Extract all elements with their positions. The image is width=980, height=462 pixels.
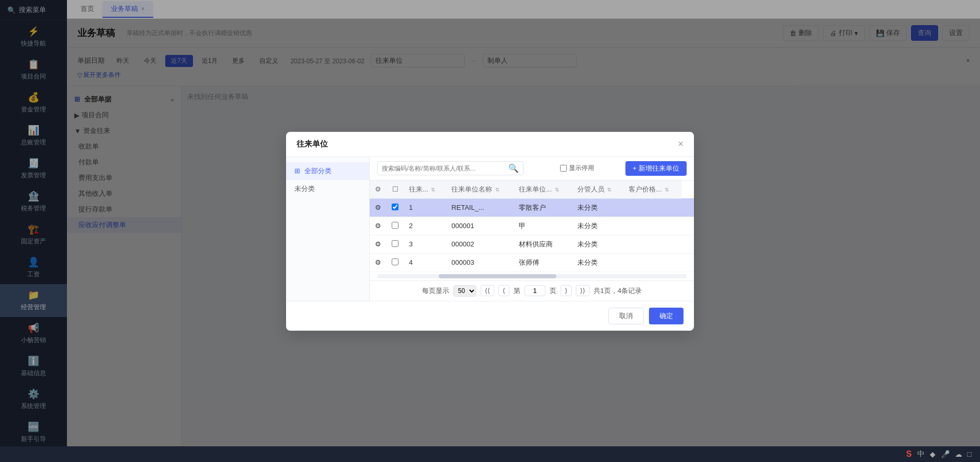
- modal-table: ⚙ ☐ 往来... ⇅ 往来单位名称 ⇅: [370, 181, 694, 272]
- modal-right-panel: 🔍 显示停用 + 新增往来单位 ⚙ ☐: [370, 157, 694, 301]
- row-name: 甲: [514, 217, 572, 235]
- row-settings[interactable]: ⚙: [370, 198, 386, 217]
- row-category: 未分类: [572, 217, 624, 235]
- bottom-icon-mic[interactable]: 🎤: [941, 450, 950, 458]
- bottom-icon-window[interactable]: □: [967, 450, 972, 458]
- page-suffix: 页: [550, 286, 556, 296]
- counterparty-table: ⚙ ☐ 往来... ⇅ 往来单位名称 ⇅: [370, 181, 694, 272]
- sort-icon-name: ⇅: [495, 187, 499, 193]
- row-settings[interactable]: ⚙: [370, 217, 386, 235]
- modal-toolbar: 🔍 显示停用 + 新增往来单位: [370, 157, 694, 181]
- modal-title: 往来单位: [297, 139, 328, 149]
- row-name: 张师傅: [514, 253, 572, 272]
- row-checkbox[interactable]: [386, 253, 404, 272]
- modal-left-item-unclassified[interactable]: 未分类: [286, 180, 369, 198]
- bottom-icon-s[interactable]: S: [906, 449, 912, 459]
- row-no: 2: [404, 217, 446, 235]
- col-person[interactable]: 分管人员 ⇅: [572, 181, 624, 199]
- cancel-button[interactable]: 取消: [608, 308, 644, 324]
- col-code[interactable]: 往来... ⇅: [404, 181, 446, 199]
- modal-pagination: 每页显示 50 ⟨⟨ ⟨ 第 页 ⟩ ⟩⟩ 共1页，4条记录: [370, 280, 694, 301]
- sort-icon-price: ⇅: [665, 187, 669, 193]
- row-person: [623, 235, 681, 253]
- bottom-icon-diamond[interactable]: ◆: [930, 450, 936, 458]
- modal-left-subitem-label: 未分类: [294, 185, 315, 193]
- row-category: 未分类: [572, 253, 624, 272]
- bottom-icon-cloud[interactable]: ☁: [955, 450, 962, 458]
- modal-search-input[interactable]: [382, 165, 505, 172]
- modal-search-icon: 🔍: [508, 163, 519, 173]
- row-person: [623, 217, 681, 235]
- row-category: 未分类: [572, 198, 624, 217]
- page-next-button[interactable]: ⟩: [561, 285, 572, 296]
- per-page-select[interactable]: 50: [453, 285, 476, 297]
- page-last-button[interactable]: ⟩⟩: [576, 285, 589, 296]
- bottom-icon-lang[interactable]: 中: [917, 449, 925, 459]
- row-no: 4: [404, 253, 446, 272]
- counterparty-modal: 往来单位 × ⊞ 全部分类 未分类 🔍: [286, 132, 694, 331]
- col-check[interactable]: ☐: [386, 181, 404, 199]
- row-code: 000003: [446, 253, 514, 272]
- row-category: 未分类: [572, 235, 624, 253]
- modal-scrollbar[interactable]: [377, 274, 687, 278]
- modal-left-item-label: 全部分类: [304, 167, 332, 175]
- per-page-label: 每页显示: [422, 286, 449, 296]
- col-price-level[interactable]: 客户价格... ⇅: [623, 181, 681, 199]
- table-row[interactable]: ⚙ 1 RETAIL_... 零散客户 未分类: [370, 198, 694, 217]
- table-row[interactable]: ⚙ 4 000003 张师傅 未分类: [370, 253, 694, 272]
- sort-icon-category: ⇅: [555, 187, 559, 193]
- row-price-level: [682, 198, 694, 217]
- modal-header: 往来单位 ×: [286, 132, 694, 157]
- bottom-bar: S 中 ◆ 🎤 ☁ □: [0, 446, 980, 462]
- row-code: 000001: [446, 217, 514, 235]
- new-counterparty-button[interactable]: + 新增往来单位: [625, 161, 687, 176]
- row-code: 000002: [446, 235, 514, 253]
- row-settings[interactable]: ⚙: [370, 235, 386, 253]
- modal-left-item-all[interactable]: ⊞ 全部分类: [286, 162, 369, 180]
- sort-icon-code: ⇅: [431, 187, 435, 193]
- table-row[interactable]: ⚙ 2 000001 甲 未分类: [370, 217, 694, 235]
- col-category[interactable]: 往来单位... ⇅: [514, 181, 572, 199]
- row-name: 零散客户: [514, 198, 572, 217]
- modal-search-box[interactable]: 🔍: [377, 161, 523, 175]
- row-settings[interactable]: ⚙: [370, 253, 386, 272]
- bullet-icon: ⊞: [294, 167, 300, 175]
- show-disabled-toggle[interactable]: 显示停用: [560, 164, 594, 173]
- col-settings[interactable]: ⚙: [370, 181, 386, 199]
- total-label: 共1页，4条记录: [594, 286, 642, 296]
- row-checkbox[interactable]: [386, 198, 404, 217]
- modal-footer: 取消 确定: [286, 301, 694, 331]
- page-label: 第: [514, 286, 520, 296]
- modal-body: ⊞ 全部分类 未分类 🔍 显示停用: [286, 157, 694, 301]
- row-price-level: [682, 217, 694, 235]
- row-checkbox[interactable]: [386, 217, 404, 235]
- confirm-button[interactable]: 确定: [649, 308, 683, 324]
- scrollbar-thumb: [439, 274, 556, 278]
- show-disabled-label: 显示停用: [569, 164, 594, 173]
- page-input[interactable]: [525, 285, 545, 296]
- row-name: 材料供应商: [514, 235, 572, 253]
- page-prev-button[interactable]: ⟨: [498, 285, 509, 296]
- row-person: [623, 198, 681, 217]
- row-price-level: [682, 235, 694, 253]
- row-code: RETAIL_...: [446, 198, 514, 217]
- table-row[interactable]: ⚙ 3 000002 材料供应商 未分类: [370, 235, 694, 253]
- row-no: 3: [404, 235, 446, 253]
- modal-close-button[interactable]: ×: [678, 139, 683, 149]
- modal-left-panel: ⊞ 全部分类 未分类: [286, 157, 370, 301]
- col-name[interactable]: 往来单位名称 ⇅: [446, 181, 514, 199]
- modal-overlay: 往来单位 × ⊞ 全部分类 未分类 🔍: [0, 0, 980, 462]
- table-header-row: ⚙ ☐ 往来... ⇅ 往来单位名称 ⇅: [370, 181, 694, 199]
- row-person: [623, 253, 681, 272]
- show-disabled-checkbox[interactable]: [560, 165, 567, 172]
- row-no: 1: [404, 198, 446, 217]
- sort-icon-person: ⇅: [607, 187, 611, 193]
- row-price-level: [682, 253, 694, 272]
- page-first-button[interactable]: ⟨⟨: [481, 285, 494, 296]
- row-checkbox[interactable]: [386, 235, 404, 253]
